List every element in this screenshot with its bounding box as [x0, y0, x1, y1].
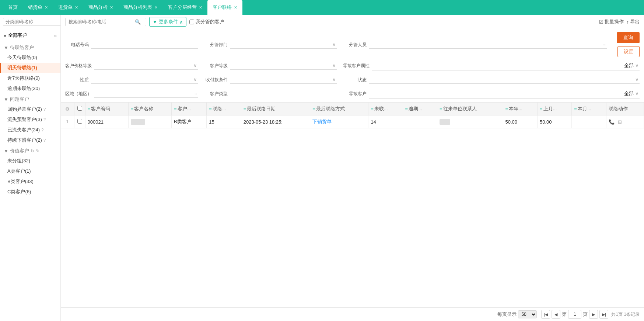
contact-method-link[interactable]: 下销货单	[312, 119, 332, 124]
search-bar[interactable]: 🔍	[65, 18, 146, 26]
help-icon[interactable]: ?	[41, 128, 43, 132]
th-this-month: ≡ 本月...	[572, 103, 606, 115]
nav-customer-tier[interactable]: 客户分层经营 ✕	[163, 0, 207, 15]
sort-icon: ≡	[540, 106, 543, 112]
batch-button[interactable]: ☑ 批量操作	[599, 18, 624, 25]
row-checkbox[interactable]	[77, 119, 82, 124]
filter-panel: 电话号码 分管部门 ∨ 分管人员 ···	[61, 29, 644, 103]
customer-code-cell: 000021	[85, 115, 128, 128]
close-icon[interactable]: ✕	[110, 5, 113, 10]
th-last-date: ≡ 最后联络日期	[241, 103, 310, 115]
sort-icon: ≡	[88, 106, 91, 112]
sidebar-item-tomorrow[interactable]: 明天待联络(1)	[0, 63, 60, 73]
sidebar-item-c-class[interactable]: C类客户(6)	[0, 187, 60, 197]
sidebar-group-pending[interactable]: ▼ 待联络客户	[0, 42, 60, 52]
this-year-cell: 50.00	[503, 115, 537, 128]
nav-customer-contact[interactable]: 客户联络 ✕	[207, 0, 242, 15]
filter-button[interactable]: ▼ 更多条件 ∧	[149, 17, 186, 27]
sort-icon: ≡	[405, 106, 408, 112]
query-button[interactable]: 查询	[617, 32, 640, 43]
sidebar-item-declining[interactable]: 持续下滑客户(2) ?	[0, 135, 60, 145]
edit-icon[interactable]: ✎	[36, 148, 39, 153]
refresh-icon[interactable]: ↻	[31, 148, 34, 153]
uncontacted-cell: 14	[368, 115, 403, 128]
filter-actions: 查询 设置	[610, 32, 640, 57]
close-icon[interactable]: ✕	[199, 5, 202, 10]
dept-select[interactable]: ∨	[230, 41, 337, 49]
ellipsis-icon: ···	[603, 42, 606, 47]
sort-icon: ≡	[440, 106, 442, 112]
sidebar-item-ungroup[interactable]: 未分组(32)	[0, 156, 60, 166]
row-num: 1	[61, 115, 74, 128]
setting-button[interactable]: 设置	[617, 46, 640, 57]
close-icon[interactable]: ✕	[45, 5, 48, 10]
status-select[interactable]: ∨	[369, 76, 640, 84]
sidebar-item-b-class[interactable]: B类客户(33)	[0, 176, 60, 187]
th-type: ≡ 客户...	[171, 103, 206, 115]
retail-attr-select[interactable]: 全部 ∨	[372, 61, 640, 70]
customer-level-select[interactable]: ∨	[230, 62, 337, 70]
payment-select[interactable]: ∨	[230, 76, 337, 84]
search-icon[interactable]: 🔍	[135, 19, 141, 25]
select-all-checkbox[interactable]	[77, 106, 82, 111]
nav-purchase[interactable]: 进货单 ✕	[53, 0, 83, 15]
sidebar-all-customers[interactable]: ≡ 全部客户 «	[0, 29, 60, 42]
retail-select[interactable]: 全部 ∨	[369, 89, 640, 99]
filter-row-4: 区域（地区） ··· 客户类型 零散客户 全部 ∨	[65, 88, 640, 99]
customer-type-select[interactable]	[230, 93, 337, 95]
gear-icon[interactable]: ⚙	[65, 106, 70, 112]
content-area: 🔍 ▼ 更多条件 ∧ 我分管的客户 ☑ 批量操作 ↑ 导出	[61, 15, 644, 321]
nav-product-analysis-list[interactable]: 商品分析列表 ✕	[118, 0, 163, 15]
my-customers-check[interactable]	[189, 20, 194, 24]
page-size-select[interactable]: 50 10 20 100	[518, 310, 537, 318]
sort-icon: ≡	[312, 106, 315, 112]
sidebar-group-value[interactable]: ▼ 价值客户 ↻ ✎	[0, 145, 60, 156]
sidebar-group-problem[interactable]: ▼ 问题客户	[0, 94, 60, 104]
sidebar-search-input[interactable]	[3, 18, 61, 26]
action-phone-icon[interactable]: 📞	[609, 119, 615, 125]
close-icon[interactable]: ✕	[154, 5, 158, 10]
sidebar-item-abnormal[interactable]: 回购异常客户(2) ?	[0, 104, 60, 114]
filter-payment: 收付款条件 ∨	[204, 76, 337, 84]
last-page-button[interactable]: ▶|	[599, 310, 608, 319]
export-button[interactable]: ↑ 导出	[627, 18, 640, 25]
gender-select[interactable]: ∨	[91, 76, 198, 84]
filter-gender: 性质 ∨	[65, 76, 198, 84]
sidebar-item-a-class[interactable]: A类客户(1)	[0, 166, 60, 176]
next-page-button[interactable]: ▶	[589, 310, 598, 319]
help-icon[interactable]: ?	[43, 117, 46, 122]
sidebar-item-churn-warning[interactable]: 流失预警客户(3) ?	[0, 114, 60, 125]
this-month-cell	[572, 115, 606, 128]
chevron-down-icon: ∨	[332, 42, 336, 47]
filter-customer-type: 客户类型	[204, 91, 337, 97]
customer-name-blurred	[131, 119, 146, 125]
prev-page-button[interactable]: ◀	[552, 310, 560, 319]
help-icon[interactable]: ?	[43, 138, 46, 142]
nav-product-analysis[interactable]: 商品分析 ✕	[83, 0, 118, 15]
help-icon[interactable]: ?	[43, 107, 46, 111]
nav-home[interactable]: 首页	[3, 0, 23, 15]
price-level-select[interactable]: ∨	[94, 62, 198, 70]
close-icon[interactable]: ✕	[234, 5, 237, 10]
sort-icon: ≡	[574, 106, 577, 112]
sidebar-item-churned[interactable]: 已流失客户(24) ?	[0, 125, 60, 135]
search-input[interactable]	[69, 19, 135, 24]
filter-status: 状态 ∨	[343, 76, 640, 84]
action-grid-icon[interactable]: ⊞	[618, 119, 622, 125]
manager-select[interactable]: ···	[369, 41, 607, 49]
arrow-icon: ▼	[4, 148, 8, 154]
phone-input[interactable]	[91, 41, 198, 49]
batch-icon: ☑	[599, 19, 603, 25]
page-number-input[interactable]	[568, 310, 581, 319]
chevron-down-icon: ∨	[635, 91, 639, 96]
th-company-contact: ≡ 往来单位联系人	[437, 103, 503, 115]
sort-icon: ≡	[174, 106, 177, 112]
sidebar-item-today[interactable]: 今天待联络(0)	[0, 52, 60, 63]
sidebar-item-overdue[interactable]: 逾期未联络(30)	[0, 83, 60, 94]
area-select[interactable]: ···	[94, 90, 198, 98]
close-icon[interactable]: ✕	[75, 5, 78, 10]
nav-sales[interactable]: 销货单 ✕	[23, 0, 53, 15]
my-customers-checkbox[interactable]: 我分管的客户	[189, 18, 224, 25]
sidebar-item-7days[interactable]: 近7天待联络(0)	[0, 73, 60, 83]
first-page-button[interactable]: |◀	[541, 310, 550, 319]
